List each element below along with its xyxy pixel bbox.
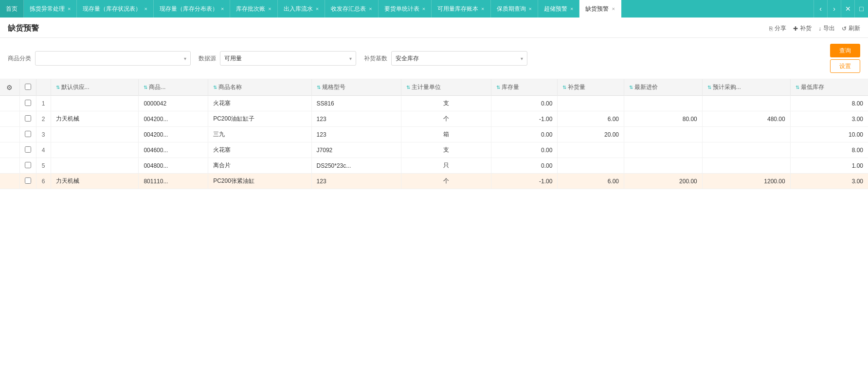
col-min-stock[interactable]: ⇅最低库存 <box>790 79 868 96</box>
row-checkbox-0[interactable] <box>25 100 31 106</box>
row-number: 1 <box>36 96 51 111</box>
tab-restore[interactable]: □ <box>854 0 868 18</box>
select-all-checkbox[interactable] <box>25 84 31 90</box>
row-number: 5 <box>36 158 51 174</box>
col-product-code[interactable]: ⇅商品... <box>139 79 208 96</box>
tab-label-7: 要货单统计表 <box>384 5 419 13</box>
tab-item-7[interactable]: 要货单统计表 × <box>379 0 432 18</box>
data-table: ⚙ ⇅默认供应... ⇅商品... ⇅商品名称 ⇅规格型号 <box>0 79 868 189</box>
tab-close-11[interactable]: × <box>612 6 615 12</box>
row-settings-cell <box>0 111 19 127</box>
share-button[interactable]: ⎘ 分享 <box>769 24 786 33</box>
data-source-value: 可用量 <box>224 54 242 63</box>
sort-icon-replenish: ⇅ <box>562 85 566 90</box>
cell-supplier <box>51 142 139 158</box>
col-product-name[interactable]: ⇅商品名称 <box>208 79 311 96</box>
tab-item-10[interactable]: 超储预警 × <box>538 0 579 18</box>
tab-item-3[interactable]: 现存量（库存分布表） × <box>154 0 230 18</box>
row-settings-cell <box>0 96 19 111</box>
cell-product-name: 三九 <box>208 127 311 142</box>
tab-close-3[interactable]: × <box>221 6 224 12</box>
tab-close-all[interactable]: ✕ <box>841 0 854 18</box>
col-row-num <box>36 79 51 96</box>
cell-unit: 个 <box>401 111 491 127</box>
row-checkbox-2[interactable] <box>25 131 31 137</box>
tab-item-6[interactable]: 收发存汇总表 × <box>325 0 378 18</box>
settings-button[interactable]: 设置 <box>830 59 860 73</box>
col-spec[interactable]: ⇅规格型号 <box>311 79 401 96</box>
col-replenish-qty[interactable]: ⇅补货量 <box>558 79 624 96</box>
cell-product-code: 004600... <box>139 142 208 158</box>
commodity-category-arrow: ▾ <box>184 56 186 61</box>
query-button[interactable]: 查询 <box>830 44 860 57</box>
filter-actions: 查询 设置 <box>830 44 860 73</box>
cell-replenish-qty: 6.00 <box>558 111 624 127</box>
replenish-base-arrow: ▾ <box>521 56 523 61</box>
data-source-select[interactable]: 可用量 ▾ <box>220 51 356 66</box>
col-stock[interactable]: ⇅库存量 <box>491 79 558 96</box>
sort-icon-stock: ⇅ <box>496 85 500 90</box>
row-checkbox-5[interactable] <box>25 177 31 184</box>
row-checkbox-cell <box>19 111 36 127</box>
tab-item-1[interactable]: 拣货异常处理 × <box>24 0 77 18</box>
cell-unit: 箱 <box>401 127 491 142</box>
tab-item-5[interactable]: 出入库流水 × <box>278 0 325 18</box>
cell-latest-price <box>624 142 703 158</box>
tab-close-2[interactable]: × <box>144 6 147 12</box>
row-checkbox-4[interactable] <box>25 162 31 168</box>
row-checkbox-3[interactable] <box>25 146 31 153</box>
tab-item-0[interactable]: 首页 <box>0 0 24 18</box>
col-default-supplier[interactable]: ⇅默认供应... <box>51 79 139 96</box>
cell-product-name: 火花塞 <box>208 142 311 158</box>
refresh-button[interactable]: ↺ 刷新 <box>842 24 860 33</box>
tab-label-6: 收发存汇总表 <box>331 5 366 13</box>
tab-item-8[interactable]: 可用量库存账本 × <box>432 0 490 18</box>
cell-spec: DS250*23c... <box>311 158 401 174</box>
col-unit[interactable]: ⇅主计量单位 <box>401 79 491 96</box>
tab-close-1[interactable]: × <box>68 6 71 12</box>
main-content: 缺货预警 ⎘ 分享 ✚ 补货 ↓ 导出 ↺ 刷新 商品分类 <box>0 18 868 387</box>
row-number: 4 <box>36 142 51 158</box>
replenish-base-select[interactable]: 安全库存 ▾ <box>391 51 527 66</box>
tab-close-7[interactable]: × <box>422 6 425 12</box>
cell-latest-price: 80.00 <box>624 111 703 127</box>
tab-label-2: 现存量（库存状况表） <box>83 5 141 13</box>
tab-label-4: 库存批次账 <box>236 5 265 13</box>
cell-spec: J7092 <box>311 142 401 158</box>
cell-latest-price <box>624 127 703 142</box>
cell-supplier: 力天机械 <box>51 111 139 127</box>
row-checkbox-1[interactable] <box>25 115 31 122</box>
gear-icon[interactable]: ⚙ <box>6 84 13 91</box>
tab-item-2[interactable]: 现存量（库存状况表） × <box>77 0 153 18</box>
cell-unit: 支 <box>401 96 491 111</box>
cell-est-purchase: 1200.00 <box>702 174 790 189</box>
export-button[interactable]: ↓ 导出 <box>818 24 835 33</box>
table-row: 10000042火花塞SS816支0.008.00 <box>0 96 868 111</box>
cell-supplier <box>51 96 139 111</box>
tab-close-6[interactable]: × <box>369 6 372 12</box>
tab-item-11[interactable]: 缺货预警 × <box>579 0 621 18</box>
tab-close-4[interactable]: × <box>268 6 271 12</box>
col-settings[interactable]: ⚙ <box>0 79 19 96</box>
cell-product-code: 801110... <box>139 174 208 189</box>
tab-item-9[interactable]: 保质期查询 × <box>491 0 538 18</box>
sort-icon-unit: ⇅ <box>406 85 410 90</box>
cell-latest-price <box>624 158 703 174</box>
commodity-category-select[interactable]: ▾ <box>35 51 191 66</box>
tab-close-5[interactable]: × <box>316 6 319 12</box>
tab-label-1: 拣货异常处理 <box>30 5 65 13</box>
col-est-purchase[interactable]: ⇅预计采购... <box>702 79 790 96</box>
tab-close-8[interactable]: × <box>481 6 484 12</box>
tab-item-4[interactable]: 库存批次账 × <box>230 0 277 18</box>
tab-close-10[interactable]: × <box>570 6 573 12</box>
data-source-group: 数据源 可用量 ▾ <box>199 51 356 66</box>
replenish-button[interactable]: ✚ 补货 <box>793 24 812 33</box>
cell-product-name: 火花塞 <box>208 96 311 111</box>
tab-scroll-left[interactable]: ‹ <box>814 0 827 18</box>
cell-min-stock: 8.00 <box>790 96 868 111</box>
row-checkbox-cell <box>19 127 36 142</box>
tab-scroll-right[interactable]: › <box>827 0 841 18</box>
tab-close-9[interactable]: × <box>529 6 532 12</box>
col-latest-price[interactable]: ⇅最新进价 <box>624 79 703 96</box>
data-source-arrow: ▾ <box>349 56 352 61</box>
